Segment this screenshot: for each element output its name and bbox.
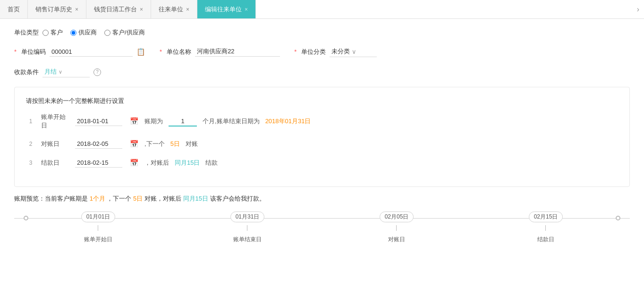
reconcile-day-highlight: 5日	[170, 140, 180, 148]
setting-row-2: 2 对账日 📅 ,下一个 5日 对账	[26, 139, 618, 149]
calendar-icon-3[interactable]: 📅	[130, 159, 139, 167]
start-date-input[interactable]	[75, 117, 122, 126]
timeline-point-1: 01月01日 账单开始日	[81, 211, 116, 244]
settings-section: 请按照未来的一个完整帐期进行设置 1 账单开始日 📅 账期为 个月,账单结束日期…	[14, 87, 630, 187]
chevron-down-icon: ∨	[352, 48, 356, 55]
reconcile-suffix: 对账	[186, 140, 198, 148]
unit-name-label: 单位名称	[167, 48, 191, 56]
unit-type-row: 单位类型 客户 供应商 客户/供应商	[14, 28, 630, 37]
row-num-2: 2	[26, 141, 35, 147]
close-icon[interactable]: ×	[245, 6, 248, 13]
timeline-tag-1: 01月01日	[81, 211, 116, 222]
payment-prefix: ，对账后	[144, 159, 169, 167]
tab-more-button[interactable]: ›	[632, 0, 644, 18]
timeline-sublabel-1: 账单开始日	[84, 236, 112, 244]
row-label-1: 账单开始日	[41, 113, 69, 130]
timeline-point-3: 02月05日 对账日	[380, 211, 414, 244]
unit-category-label: 单位分类	[301, 48, 326, 56]
close-icon[interactable]: ×	[186, 6, 189, 13]
chevron-down-icon: ∨	[59, 69, 62, 75]
period-prefix: 账期为	[144, 117, 163, 126]
tab-home[interactable]: 首页	[0, 0, 28, 18]
tab-edit-partner[interactable]: 编辑往来单位 ×	[197, 0, 256, 18]
copy-icon[interactable]: 📋	[136, 48, 145, 56]
payment-terms-label: 收款条件	[14, 68, 39, 76]
timeline-tag-3: 02月05日	[380, 211, 414, 222]
radio-supplier-input[interactable]	[70, 30, 76, 36]
unit-code-input[interactable]	[50, 47, 133, 57]
reconcile-date-input[interactable]	[75, 139, 122, 149]
timeline-tag-2: 01月31日	[230, 211, 265, 222]
timeline-sublabel-2: 账单结束日	[233, 236, 262, 244]
unit-code-label: 单位编码	[21, 48, 46, 56]
timeline-points: 01月01日 账单开始日 01月31日 账单结束日 02月05日 对账日 02月…	[24, 212, 620, 244]
timeline-start-dot	[24, 216, 28, 220]
radio-both[interactable]: 客户/供应商	[104, 28, 145, 37]
calendar-icon-1[interactable]: 📅	[130, 117, 139, 126]
row-label-3: 结款日	[41, 159, 69, 167]
required-star: *	[160, 48, 162, 55]
timeline-point-2: 01月31日 账单结束日	[230, 211, 265, 244]
period-input[interactable]	[169, 117, 197, 127]
unit-type-label: 单位类型	[14, 28, 39, 37]
radio-supplier[interactable]: 供应商	[70, 28, 97, 37]
preview-text: 账期预览：当前客户账期是 1个月 ，下一个 5日 对账，对账后 同月15日 该客…	[14, 194, 630, 203]
tab-sales-history[interactable]: 销售订单历史 ×	[28, 0, 86, 18]
timeline-point-4: 02月15日 结款日	[529, 211, 563, 244]
unit-category-group: * 单位分类 未分类 ∨	[294, 46, 377, 57]
timeline-sublabel-4: 结款日	[537, 236, 554, 244]
unit-name-input[interactable]	[195, 47, 280, 57]
unit-type-group: 单位类型 客户 供应商 客户/供应商	[14, 28, 145, 37]
reconcile-prefix: ,下一个	[144, 140, 165, 148]
row-num-3: 3	[26, 160, 35, 166]
payment-terms-select[interactable]: 月结 ∨	[42, 67, 90, 77]
timeline-container: 01月01日 账单开始日 01月31日 账单结束日 02月05日 对账日 02月…	[14, 212, 630, 244]
unit-code-group: * 单位编码 📋	[14, 47, 145, 57]
tab-bar: 首页 销售订单历史 × 钱货日清工作台 × 往来单位 × 编辑往来单位 × ›	[0, 0, 644, 19]
close-icon[interactable]: ×	[75, 6, 78, 13]
tab-partner[interactable]: 往来单位 ×	[151, 0, 197, 18]
row-label-2: 对账日	[41, 140, 69, 148]
payment-suffix: 结款	[205, 159, 218, 167]
timeline-tag-4: 02月15日	[529, 211, 563, 222]
row-num-1: 1	[26, 118, 35, 125]
fields-row: * 单位编码 📋 * 单位名称 * 单位分类 未分类 ∨	[14, 46, 630, 57]
tab-cash-workbench[interactable]: 钱货日清工作台 ×	[86, 0, 151, 18]
radio-customer[interactable]: 客户	[42, 28, 63, 37]
main-content: 单位类型 客户 供应商 客户/供应商 * 单位编码	[0, 19, 644, 287]
help-icon[interactable]: ?	[93, 68, 101, 76]
close-icon[interactable]: ×	[140, 6, 143, 13]
section-title: 请按照未来的一个完整帐期进行设置	[26, 97, 618, 105]
payment-date-input[interactable]	[75, 158, 122, 168]
payment-day-highlight: 同月15日	[175, 159, 200, 167]
required-star: *	[294, 48, 297, 55]
timeline-end-dot	[616, 216, 620, 220]
required-star: *	[14, 48, 17, 55]
setting-row-3: 3 结款日 📅 ，对账后 同月15日 结款	[26, 158, 618, 168]
unit-category-select[interactable]: 未分类 ∨	[330, 46, 377, 57]
period-suffix: 个月,账单结束日期为	[203, 117, 260, 126]
payment-terms-group: 收款条件 月结 ∨ ?	[14, 67, 101, 77]
end-date-highlight: 2018年01月31日	[265, 117, 311, 126]
calendar-icon-2[interactable]: 📅	[130, 140, 139, 148]
setting-row-1: 1 账单开始日 📅 账期为 个月,账单结束日期为 2018年01月31日	[26, 113, 618, 130]
radio-customer-input[interactable]	[42, 30, 49, 36]
radio-both-input[interactable]	[104, 30, 110, 36]
radio-group: 客户 供应商 客户/供应商	[42, 28, 145, 37]
unit-name-group: * 单位名称	[160, 47, 280, 57]
payment-row: 收款条件 月结 ∨ ?	[14, 67, 630, 77]
timeline-sublabel-3: 对账日	[388, 236, 405, 244]
